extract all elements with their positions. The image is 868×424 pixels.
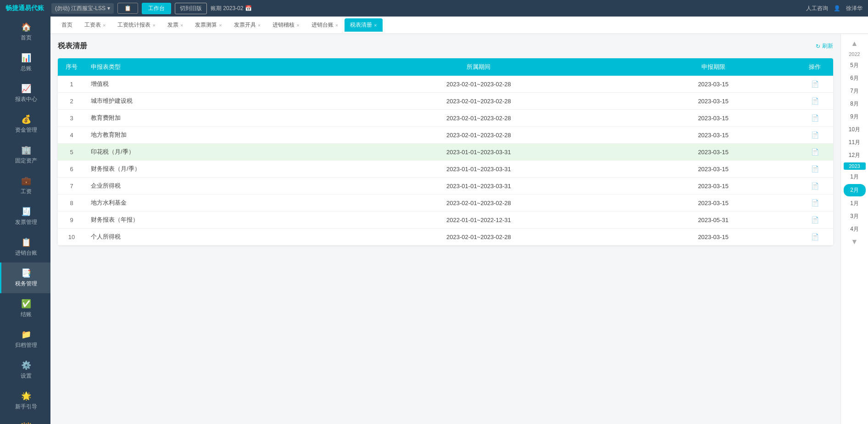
sidebar-item-assets[interactable]: 🏢 固定资产 [0, 139, 50, 170]
switch-old-btn[interactable]: 切到旧版 [175, 3, 207, 14]
action-icon[interactable]: 📄 [811, 182, 819, 190]
year-label-2022: 2022 [849, 50, 860, 59]
month-feb-active[interactable]: 2月 [844, 184, 866, 196]
tab-close-salary-report[interactable]: × [152, 22, 155, 28]
action-icon[interactable]: 📄 [811, 148, 819, 156]
ai-consult-btn[interactable]: 人工咨询 [806, 5, 828, 12]
tab-invoice[interactable]: 发票 × [162, 18, 189, 32]
sidebar-item-guide[interactable]: 🌟 新手引导 [0, 385, 50, 416]
cell-action[interactable]: 📄 [796, 144, 833, 161]
table-row: 4 地方教育附加 2023-02-01~2023-02-28 2023-03-1… [58, 127, 833, 144]
cell-action[interactable]: 📄 [796, 229, 833, 245]
tab-purchase-ledger[interactable]: 进销台账 × [306, 18, 344, 32]
sidebar-label-purchase: 进销台账 [15, 249, 37, 257]
funds-icon: 💰 [21, 114, 31, 124]
month-item[interactable]: 9月 [844, 111, 866, 123]
cell-deadline: 2023-03-15 [630, 161, 796, 178]
cell-type: 企业所得税 [85, 178, 328, 195]
tab-purchase-check[interactable]: 进销稽核 × [267, 18, 305, 32]
cell-action[interactable]: 📄 [796, 178, 833, 195]
cell-action[interactable]: 📄 [796, 195, 833, 212]
sidebar-item-home[interactable]: 🏠 首页 [0, 17, 50, 47]
sidebar-label-tax: 税务管理 [15, 280, 37, 288]
month-item[interactable]: 7月 [844, 85, 866, 97]
invoices-icon: 🧾 [21, 206, 31, 217]
workbench-btn[interactable]: 工作台 [142, 3, 171, 14]
sidebar-label-home: 首页 [21, 34, 32, 42]
company-selector[interactable]: (勿动) 江西服宝-LSS ▾ [51, 3, 114, 14]
cell-period: 2023-01-01~2023-03-31 [328, 144, 630, 161]
panel-up-arrow[interactable]: ▲ [849, 38, 860, 50]
cell-action[interactable]: 📄 [796, 212, 833, 229]
table-header-row: 序号 申报表类型 所属期间 申报期限 操作 [58, 58, 833, 76]
month-item[interactable]: 8月 [844, 98, 866, 110]
user-name: 徐泽华 [846, 5, 862, 12]
month-item[interactable]: 12月 [844, 149, 866, 162]
cell-action[interactable]: 📄 [796, 76, 833, 93]
action-icon[interactable]: 📄 [811, 216, 819, 223]
month-item[interactable]: 5月 [844, 59, 866, 72]
action-icon[interactable]: 📄 [811, 80, 819, 88]
table-row: 2 城市维护建设税 2023-02-01~2023-02-28 2023-03-… [58, 93, 833, 110]
main-panel: 税表清册 ↻ 刷新 序号 申报表类型 所属期间 申报期限 操作 [50, 34, 840, 424]
tab-salary[interactable]: 工资表 × [79, 18, 111, 32]
month-item[interactable]: 1月 [844, 197, 866, 210]
tab-invoice-open[interactable]: 发票开具 × [228, 18, 266, 32]
cell-type: 城市维护建设税 [85, 93, 328, 110]
month-item[interactable]: 3月 [844, 210, 866, 223]
tab-tax-list[interactable]: 税表清册 × [345, 18, 382, 32]
tab-home[interactable]: 首页 [56, 18, 78, 32]
action-icon[interactable]: 📄 [811, 199, 819, 206]
tab-close-invoice-open[interactable]: × [258, 22, 261, 28]
tab-close-salary[interactable]: × [103, 22, 106, 28]
action-icon[interactable]: 📄 [811, 114, 819, 122]
table-row: 5 印花税（月/季） 2023-01-01~2023-03-31 2023-03… [58, 144, 833, 161]
cell-action[interactable]: 📄 [796, 93, 833, 110]
cell-period: 2023-02-01~2023-02-28 [328, 195, 630, 212]
period-label: 账期 2023-02 📅 [211, 5, 252, 12]
sidebar-item-salary[interactable]: 💼 工资 [0, 170, 50, 201]
cell-action[interactable]: 📄 [796, 127, 833, 144]
tab-invoice-calc[interactable]: 发票测算 × [189, 18, 227, 32]
sidebar-item-tax[interactable]: 📑 税务管理 [0, 262, 50, 293]
sidebar-item-settlement[interactable]: ✅ 结账 [0, 293, 50, 324]
cell-action[interactable]: 📄 [796, 110, 833, 127]
sidebar-item-funds[interactable]: 💰 资金管理 [0, 109, 50, 139]
tab-close-purchase-ledger[interactable]: × [335, 22, 338, 28]
tab-close-purchase-check[interactable]: × [296, 22, 299, 28]
month-item[interactable]: 6月 [844, 72, 866, 84]
action-icon[interactable]: 📄 [811, 97, 819, 105]
action-icon[interactable]: 📄 [811, 165, 819, 173]
user-avatar: 👤 [834, 5, 840, 11]
sidebar-item-settings[interactable]: ⚙️ 设置 [0, 355, 50, 385]
action-icon[interactable]: 📄 [811, 131, 819, 139]
action-icon[interactable]: 📄 [811, 233, 819, 240]
refresh-btn[interactable]: ↻ 刷新 [816, 42, 833, 50]
guide-icon: 🌟 [21, 391, 31, 401]
page-content: 税表清册 ↻ 刷新 序号 申报表类型 所属期间 申报期限 操作 [50, 34, 868, 424]
panel-down-arrow[interactable]: ▼ [849, 236, 860, 248]
copy-btn[interactable]: 📋 [117, 3, 138, 14]
sidebar-item-archive[interactable]: 📁 归档管理 [0, 324, 50, 355]
sidebar-item-purchase[interactable]: 📋 进销台账 [0, 232, 50, 262]
col-period: 所属期间 [328, 58, 630, 76]
sidebar-item-vip[interactable]: 👑 畅会员 [0, 416, 50, 424]
tab-salary-report[interactable]: 工资统计报表 × [112, 18, 161, 32]
table-row: 6 财务报表（月/季） 2023-01-01~2023-03-31 2023-0… [58, 161, 833, 178]
tab-close-invoice-calc[interactable]: × [219, 22, 222, 28]
sidebar-item-invoices[interactable]: 🧾 发票管理 [0, 201, 50, 232]
month-item[interactable]: 10月 [844, 123, 866, 136]
month-item[interactable]: 4月 [844, 223, 866, 235]
tab-close-tax-list[interactable]: × [374, 22, 377, 28]
refresh-icon: ↻ [816, 43, 820, 50]
purchase-icon: 📋 [21, 237, 31, 247]
month-jan[interactable]: 1月 [844, 171, 866, 183]
cell-type: 教育费附加 [85, 110, 328, 127]
cell-period: 2023-02-01~2023-02-28 [328, 229, 630, 245]
tab-bar: 首页 工资表 × 工资统计报表 × 发票 × 发票测算 × 发票开具 × [50, 17, 868, 34]
sidebar-item-reports[interactable]: 📈 报表中心 [0, 78, 50, 109]
cell-action[interactable]: 📄 [796, 161, 833, 178]
month-item[interactable]: 11月 [844, 136, 866, 149]
tab-close-invoice[interactable]: × [180, 22, 183, 28]
sidebar-item-ledger[interactable]: 📊 总账 [0, 47, 50, 78]
